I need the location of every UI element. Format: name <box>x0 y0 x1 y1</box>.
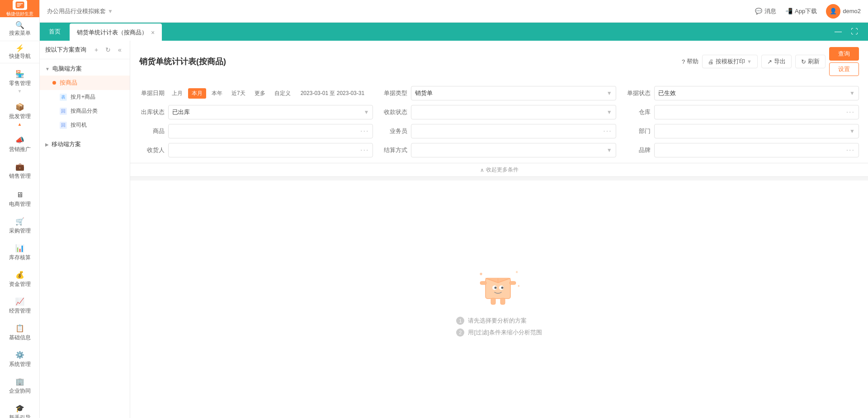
warehouse-value: 已出库 <box>172 108 363 116</box>
brand-control[interactable]: ··· <box>654 143 859 157</box>
tab-home[interactable]: 首页 <box>40 23 70 41</box>
warehouse-arrow: ▼ <box>363 109 369 115</box>
receiver-dots: ··· <box>360 146 369 154</box>
search-menu-item[interactable]: 🔍 搜索菜单 <box>0 17 39 41</box>
scheme-month-goods-label: 按月+商品 <box>71 93 95 101</box>
salesperson-control[interactable]: ··· <box>411 124 616 138</box>
settlement-control[interactable]: ▼ <box>411 143 616 157</box>
tab-close-icon[interactable]: × <box>151 29 155 36</box>
sidebar-item-marketing[interactable]: 📣 营销推广 <box>0 131 39 158</box>
warehouse-control[interactable]: 已出库 ▼ <box>168 105 373 119</box>
receiver-control[interactable]: ··· <box>168 143 373 157</box>
refresh-btn[interactable]: ↻ 刷新 <box>795 55 826 68</box>
collapse-arrow-icon: ∧ <box>480 167 484 173</box>
scheme-item-driver[interactable]: 回 按司机 <box>40 118 130 132</box>
payment-control[interactable]: ▼ <box>411 105 616 119</box>
settings-button[interactable]: 设置 <box>829 62 859 76</box>
bill-status-arrow: ▼ <box>849 90 855 96</box>
add-icon: + <box>94 46 98 53</box>
tab-maximize-btn[interactable]: ⛶ <box>848 25 861 38</box>
payment-field: 收款状态 ▼ <box>382 105 616 119</box>
refresh-label: 刷新 <box>808 57 820 66</box>
sidebar-item-wholesale[interactable]: 📦 批发管理 ▲ <box>0 98 39 131</box>
collapse-bar[interactable]: ∧ 收起更多条件 <box>130 163 868 177</box>
storage-control[interactable]: ··· <box>654 105 859 119</box>
dept-control[interactable]: ▼ <box>654 124 859 138</box>
empty-tip-2: 2 用[过滤]条件来缩小分析范围 <box>456 328 542 337</box>
goods-control[interactable]: ··· <box>168 124 373 138</box>
quick-nav-item[interactable]: ⚡ 快捷导航 <box>0 41 39 63</box>
header-right: 💬 消息 📲 App下载 👤 demo2 <box>755 4 861 19</box>
company-dropdown[interactable]: 办公用品行业模拟账套 ▼ <box>47 7 113 15</box>
date-label: 单据日期 <box>139 89 165 97</box>
bill-type-label: 单据类型 <box>382 89 407 97</box>
sidebar-item-ecommerce[interactable]: 🖥 电商管理 <box>0 186 39 213</box>
date-tab-more[interactable]: 更多 <box>251 88 269 99</box>
filter-row-1: 单据日期 上月 本月 本年 近7天 更多 自定义 2023-03-01 至 20… <box>139 86 859 100</box>
help-btn[interactable]: ? 帮助 <box>682 57 698 66</box>
basic-label: 基础信息 <box>9 334 31 342</box>
receiver-field: 收货人 ··· <box>139 143 373 157</box>
scheme-header-title: 按以下方案查询 <box>45 46 86 54</box>
scheme-refresh-btn[interactable]: ↻ <box>104 45 113 54</box>
date-tab-this-year[interactable]: 本年 <box>208 88 226 99</box>
sidebar-item-basic[interactable]: 📋 基础信息 <box>0 319 39 346</box>
sidebar-item-enterprise[interactable]: 🏢 企业协同 <box>0 373 39 399</box>
sidebar-item-finance[interactable]: 💰 资金管理 <box>0 266 39 293</box>
tab-active-sales[interactable]: 销货单统计计表（按商品） × <box>70 24 162 42</box>
scheme-add-btn[interactable]: + <box>92 45 101 54</box>
message-btn[interactable]: 💬 消息 <box>755 7 776 15</box>
empty-illustration: ✦ ✦ ✦ <box>472 262 526 308</box>
sidebar-item-guide[interactable]: 🎓 新手引导 <box>0 399 39 418</box>
mobile-scheme-group-title[interactable]: ▶ 移动端方案 <box>40 138 130 151</box>
scheme-item-by-goods[interactable]: 按商品 <box>40 76 130 90</box>
svg-point-4 <box>495 286 497 289</box>
dept-label: 部门 <box>625 127 651 135</box>
print-btn[interactable]: 🖨 按模板打印 ▼ <box>702 55 758 68</box>
app-download-btn[interactable]: 📲 App下载 <box>785 7 817 15</box>
query-button[interactable]: 查询 <box>829 47 859 61</box>
refresh-icon: ↻ <box>801 58 806 65</box>
desktop-scheme-group-title[interactable]: ▼ 电脑端方案 <box>40 62 130 76</box>
dropdown-arrow-icon: ▼ <box>108 8 113 14</box>
sidebar-item-retail[interactable]: 🏪 零售管理 ▼ <box>0 65 39 98</box>
scheme-by-goods-label: 按商品 <box>60 79 77 87</box>
date-tabs: 上月 本月 本年 近7天 更多 自定义 <box>168 88 294 99</box>
bill-status-control[interactable]: 已生效 ▼ <box>654 86 859 100</box>
print-arrow: ▼ <box>747 59 752 64</box>
bill-type-value: 销货单 <box>415 89 606 97</box>
tab-minimize-btn[interactable]: — <box>832 25 844 38</box>
sidebar-item-operations[interactable]: 📈 经营管理 <box>0 293 39 319</box>
date-tab-7days[interactable]: 近7天 <box>228 88 249 99</box>
date-tab-custom[interactable]: 自定义 <box>271 88 294 99</box>
empty-state: ✦ ✦ ✦ 1 请先选择要分析的方案 2 用[过滤]条件来缩小分析范围 <box>130 180 868 418</box>
sidebar-item-sales[interactable]: 💼 销售管理 <box>0 158 39 185</box>
sidebar-item-purchase[interactable]: 🛒 采购管理 <box>0 213 39 239</box>
scheme-item-month-goods[interactable]: 表 按月+商品 <box>40 90 130 104</box>
storage-label: 仓库 <box>625 108 651 116</box>
tip-num-2: 2 <box>456 328 464 337</box>
scheme-collapse-btn[interactable]: « <box>115 45 124 54</box>
app-logo[interactable]: 畅捷信好生意 <box>0 0 39 17</box>
date-tab-last-month[interactable]: 上月 <box>168 88 186 99</box>
user-profile[interactable]: 👤 demo2 <box>826 4 861 19</box>
inventory-icon: 📊 <box>15 244 24 252</box>
mobile-scheme-group: ▶ 移动端方案 <box>40 135 130 154</box>
goods-field: 商品 ··· <box>139 124 373 138</box>
sidebar-item-inventory[interactable]: 📊 库存核算 <box>0 239 39 266</box>
enterprise-label: 企业协同 <box>9 387 31 395</box>
date-tab-this-month[interactable]: 本月 <box>188 88 206 99</box>
salesperson-label: 业务员 <box>382 127 407 135</box>
settlement-field: 结算方式 ▼ <box>382 143 616 157</box>
scheme-sub-icon-1: 表 <box>60 94 67 101</box>
scheme-item-category[interactable]: 回 按商品分类 <box>40 104 130 118</box>
bill-type-field: 单据类型 销货单 ▼ <box>382 86 616 100</box>
bill-type-control[interactable]: 销货单 ▼ <box>411 86 616 100</box>
filter-row-3: 商品 ··· 业务员 ··· 部门 <box>139 124 859 138</box>
export-btn[interactable]: ↗ 导出 <box>761 55 792 68</box>
sidebar-item-system[interactable]: ⚙️ 系统管理 <box>0 346 39 373</box>
purchase-icon: 🛒 <box>15 217 24 226</box>
sales-label: 销售管理 <box>9 172 31 180</box>
tip-text-1: 请先选择要分析的方案 <box>468 317 527 325</box>
bill-status-value: 已生效 <box>658 89 849 97</box>
